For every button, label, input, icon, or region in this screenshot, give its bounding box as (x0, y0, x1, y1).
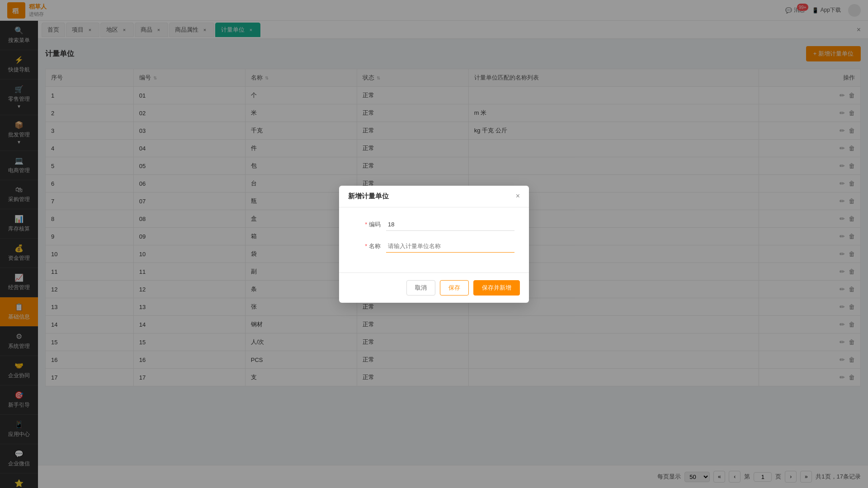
code-input[interactable] (386, 218, 514, 231)
save-and-new-button[interactable]: 保存并新增 (473, 280, 520, 296)
name-input[interactable] (386, 240, 514, 253)
modal-footer: 取消 保存 保存并新增 (339, 272, 529, 303)
add-unit-modal: 新增计量单位 × 编码 名称 取消 保存 保存并新增 (339, 186, 529, 303)
save-button[interactable]: 保存 (440, 280, 469, 296)
modal-header: 新增计量单位 × (339, 186, 529, 207)
form-row-code: 编码 (354, 218, 514, 231)
modal-body: 编码 名称 (339, 207, 529, 272)
form-row-name: 名称 (354, 240, 514, 253)
cancel-button[interactable]: 取消 (406, 280, 435, 296)
name-label: 名称 (354, 242, 381, 250)
modal-overlay[interactable]: 新增计量单位 × 编码 名称 取消 保存 保存并新增 (0, 0, 868, 488)
code-label: 编码 (354, 221, 381, 229)
modal-title: 新增计量单位 (348, 192, 389, 201)
modal-close-button[interactable]: × (516, 192, 520, 200)
